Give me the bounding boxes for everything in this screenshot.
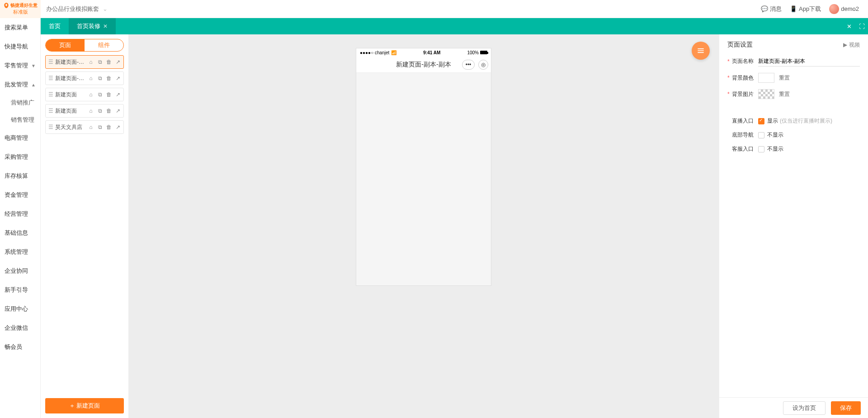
page-row[interactable]: ☰ 新建页面-副本... ⌂ ⧉ 🗑 ↗	[45, 55, 124, 69]
bg-color-swatch[interactable]	[758, 73, 774, 83]
app-download-label: App下载	[799, 5, 821, 13]
caret-up-icon: ▲	[31, 82, 36, 87]
phone-body[interactable]	[356, 73, 491, 285]
nav-collab[interactable]: 企业协同	[0, 261, 40, 280]
bg-image-swatch[interactable]	[758, 89, 774, 99]
tab-home[interactable]: 首页	[41, 18, 69, 34]
brand-tier: 标准版	[13, 9, 28, 15]
copy-icon[interactable]: ⧉	[96, 75, 104, 81]
nav-system[interactable]: 系统管理	[0, 242, 40, 261]
delete-icon[interactable]: 🗑	[105, 75, 113, 81]
seg-toggle: 页面 组件	[45, 39, 124, 52]
account-set-selector[interactable]: 办公品行业模拟账套 ⌄	[46, 5, 108, 13]
drag-icon[interactable]: ☰	[48, 59, 53, 65]
delete-icon[interactable]: 🗑	[105, 59, 113, 65]
nav-app-center[interactable]: 应用中心	[0, 299, 40, 318]
miniapp-close-icon[interactable]: ◎	[478, 60, 488, 70]
seg-component[interactable]: 组件	[85, 39, 123, 51]
tab-close-all-icon[interactable]: ✕	[843, 18, 855, 34]
caret-down-icon: ▼	[31, 63, 36, 68]
nav-inventory[interactable]: 库存核算	[0, 166, 40, 185]
nav-retail[interactable]: 零售管理▼	[0, 56, 40, 75]
page-name: 新建页面	[55, 107, 85, 115]
nav-funds[interactable]: 资金管理	[0, 185, 40, 204]
home-icon[interactable]: ⌂	[87, 124, 94, 130]
phone-status-bar: ●●●●○ chanjet 📶 9:41 AM 100%	[356, 48, 491, 57]
miniapp-more-icon[interactable]: •••	[462, 60, 475, 70]
account-set-name: 办公品行业模拟账套	[46, 5, 99, 13]
user-menu[interactable]: demo2	[829, 4, 859, 14]
tab-strip: 首页 首页装修 ✕ ✕ ⛶	[41, 18, 868, 34]
checkbox-live-show[interactable]	[758, 118, 764, 124]
nav-ecommerce[interactable]: 电商管理	[0, 128, 40, 147]
service-text: 不显示	[767, 145, 783, 153]
nav-basic-info[interactable]: 基础信息	[0, 223, 40, 242]
set-home-button[interactable]: 设为首页	[783, 401, 826, 415]
save-button[interactable]: 保存	[831, 401, 861, 415]
brand-logo-block[interactable]: 畅捷通好生意 标准版	[0, 0, 41, 18]
canvas-menu-fab[interactable]	[692, 42, 710, 60]
nav-purchase[interactable]: 采购管理	[0, 147, 40, 166]
app-download-link[interactable]: 📱 App下载	[790, 5, 821, 13]
messages-link[interactable]: 💬 消息	[761, 5, 782, 13]
topbar: 畅捷通好生意 标准版 办公品行业模拟账套 ⌄ 💬 消息 📱 App下载 demo…	[0, 0, 868, 18]
tab-home-decor[interactable]: 首页装修 ✕	[69, 18, 116, 34]
video-help-link[interactable]: ▶ 视频	[843, 41, 860, 49]
phone-title-bar: 新建页面-副本-副本 ••• ◎	[356, 57, 491, 73]
drag-icon[interactable]: ☰	[48, 91, 53, 98]
nav-wholesale[interactable]: 批发管理▲	[0, 75, 40, 94]
settings-footer: 设为首页 保存	[719, 397, 868, 418]
nav-wechat-work[interactable]: 企业微信	[0, 318, 40, 337]
home-icon[interactable]: ⌂	[87, 91, 94, 98]
fullscreen-icon[interactable]: ⛶	[855, 18, 868, 34]
drag-icon[interactable]: ☰	[48, 108, 53, 114]
nav-sales[interactable]: 销售管理	[0, 111, 40, 128]
home-icon[interactable]: ⌂	[87, 75, 94, 81]
close-icon[interactable]: ✕	[103, 23, 108, 29]
home-icon[interactable]: ⌂	[87, 108, 94, 114]
share-icon[interactable]: ↗	[114, 91, 122, 98]
nav-operation[interactable]: 经营管理	[0, 204, 40, 223]
label-live-entry: 直播入口	[732, 117, 758, 125]
share-icon[interactable]: ↗	[114, 124, 122, 130]
copy-icon[interactable]: ⧉	[96, 91, 104, 98]
nav-quick-nav[interactable]: 快捷导航	[0, 37, 40, 56]
reset-bg-color[interactable]: 重置	[779, 74, 790, 82]
canvas[interactable]: ●●●●○ chanjet 📶 9:41 AM 100% 新建页面-副本-副本 …	[128, 34, 719, 418]
page-row[interactable]: ☰ 新建页面 ⌂ ⧉ 🗑 ↗	[45, 104, 124, 118]
page-row[interactable]: ☰ 新建页面-副本 ⌂ ⧉ 🗑 ↗	[45, 71, 124, 85]
delete-icon[interactable]: 🗑	[105, 91, 113, 98]
copy-icon[interactable]: ⧉	[96, 124, 104, 130]
page-name: 昊天文具店	[55, 124, 85, 131]
nav-vip[interactable]: 畅会员	[0, 337, 40, 356]
delete-icon[interactable]: 🗑	[105, 108, 113, 114]
share-icon[interactable]: ↗	[114, 59, 122, 65]
mobile-icon: 📱	[790, 5, 797, 12]
checkbox-service[interactable]	[758, 146, 764, 152]
brand-logo-icon	[3, 2, 9, 9]
seg-page[interactable]: 页面	[46, 39, 85, 51]
page-row[interactable]: ☰ 新建页面 ⌂ ⧉ 🗑 ↗	[45, 88, 124, 101]
delete-icon[interactable]: 🗑	[105, 124, 113, 130]
page-row[interactable]: ☰ 昊天文具店 ⌂ ⧉ 🗑 ↗	[45, 120, 124, 134]
share-icon[interactable]: ↗	[114, 75, 122, 81]
copy-icon[interactable]: ⧉	[96, 108, 104, 114]
side-nav: 搜索菜单 快捷导航 零售管理▼ 批发管理▲ 营销推广 销售管理 电商管理 采购管…	[0, 18, 41, 418]
checkbox-bottom-nav[interactable]	[758, 132, 764, 138]
drag-icon[interactable]: ☰	[48, 75, 53, 81]
menu-icon	[696, 46, 705, 55]
settings-panel: 页面设置 ▶ 视频 * 页面名称 * 背景颜色	[719, 34, 868, 418]
copy-icon[interactable]: ⧉	[96, 59, 104, 65]
nav-search-menu[interactable]: 搜索菜单	[0, 18, 40, 37]
nav-guide[interactable]: 新手引导	[0, 280, 40, 299]
new-page-button[interactable]: ＋ 新建页面	[45, 398, 124, 413]
phone-time: 9:41 AM	[396, 50, 467, 55]
label-bg-color: 背景颜色	[732, 74, 758, 82]
reset-bg-image[interactable]: 重置	[779, 90, 790, 98]
home-icon[interactable]: ⌂	[87, 59, 94, 65]
share-icon[interactable]: ↗	[114, 108, 122, 114]
wifi-icon: 📶	[391, 50, 396, 55]
nav-marketing[interactable]: 营销推广	[0, 94, 40, 111]
input-page-name[interactable]	[758, 56, 860, 66]
drag-icon[interactable]: ☰	[48, 124, 53, 130]
